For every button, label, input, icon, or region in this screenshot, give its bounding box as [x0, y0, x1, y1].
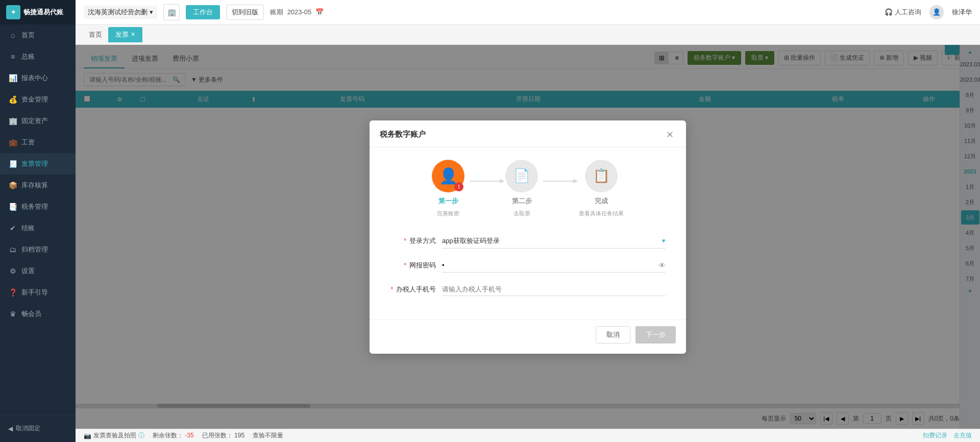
step-1: 👤 ! 第一步 完善账密 [432, 160, 464, 217]
cancel-fixed-btn[interactable]: ◀ 取消固定 [0, 420, 76, 437]
company-icon-btn[interactable]: 🏢 [163, 4, 180, 20]
switch-version-button[interactable]: 切到旧版 [226, 5, 264, 20]
phone-label: * 办税人手机号 [390, 285, 436, 294]
headset-icon: 🎧 [885, 8, 893, 16]
step2-sublabel: 去取票 [513, 210, 530, 217]
step-arrow-1 [470, 181, 500, 182]
sidebar-item-guide[interactable]: ❓ 新手引导 [0, 282, 76, 303]
recharge-link[interactable]: 去充值 [953, 431, 972, 440]
invoice-check-icon: 📷 [84, 432, 91, 439]
settings-icon: ⚙ [8, 266, 17, 276]
building-icon: 🏢 [167, 8, 176, 16]
invoice-icon: 🧾 [8, 159, 17, 168]
dialog-close-button[interactable]: ✕ [664, 129, 676, 141]
modal-overlay: 税务数字账户 ✕ 👤 ! 第一步 完善账密 [76, 45, 980, 429]
step2-icon: 📄 [513, 168, 530, 184]
dialog: 税务数字账户 ✕ 👤 ! 第一步 完善账密 [370, 120, 686, 354]
recharge-record-link[interactable]: 扣费记录 [923, 431, 947, 440]
main-area: 沈海英测试经营勿删 ▾ 🏢 工作台 切到旧版 账期 2023-05 📅 🎧 人工… [76, 0, 980, 442]
step3-icon: 📋 [593, 168, 609, 184]
top-header: 沈海英测试经营勿删 ▾ 🏢 工作台 切到旧版 账期 2023-05 📅 🎧 人工… [76, 0, 980, 24]
guide-icon: ❓ [8, 288, 17, 297]
next-button[interactable]: 下一步 [635, 326, 676, 343]
step1-badge: ! [454, 182, 463, 191]
step1-icon-wrap: 👤 ! [432, 160, 464, 192]
sidebar-item-report[interactable]: 📊 报表中心 [0, 67, 76, 89]
header-right: 🎧 人工咨询 👤 徐泽华 [885, 5, 972, 19]
company-selector[interactable]: 沈海英测试经营勿删 ▾ [84, 6, 157, 19]
workbench-button[interactable]: 工作台 [186, 5, 220, 19]
sidebar-item-wage[interactable]: 💼 工资 [0, 132, 76, 153]
content-area: 销项发票 进项发票 费用小票 ⊞ ≡ 税务数字账户 ▾ 取票 ▾ [76, 45, 980, 429]
tab-close-icon[interactable]: ✕ [131, 31, 135, 38]
tab-home[interactable]: 首页 [84, 27, 107, 42]
app-name: 畅捷通易代账 [23, 8, 63, 17]
dialog-form: * 登录方式 app获取验证码登录 ▾ * 网报密码 [370, 226, 686, 314]
bottom-status-bar: 📷 发票查验及拍照 ⓘ 剩余张数： -35 已用张数： 195 查验不限量 扣费… [76, 429, 980, 442]
step2-label: 第二步 [512, 197, 532, 206]
sidebar-item-tax[interactable]: 📑 税务管理 [0, 196, 76, 217]
dialog-header: 税务数字账户 ✕ [370, 120, 686, 148]
phone-input[interactable] [442, 283, 666, 296]
sidebar-item-fund[interactable]: 💰 资金管理 [0, 89, 76, 110]
sidebar-item-settings[interactable]: ⚙ 设置 [0, 260, 76, 282]
step3-label: 完成 [595, 197, 608, 206]
asset-icon: 🏢 [8, 116, 17, 126]
member-icon: ♛ [8, 309, 17, 318]
sidebar-item-home[interactable]: ⌂ 首页 [0, 24, 76, 46]
tax-icon: 📑 [8, 202, 17, 211]
fund-icon: 💰 [8, 95, 17, 104]
form-row-password: * 网报密码 👁 [390, 259, 666, 273]
logo-icon: ✦ [6, 5, 20, 19]
sidebar-item-ledger[interactable]: ≡ 总账 [0, 46, 76, 67]
report-icon: 📊 [8, 73, 17, 83]
step1-icon: 👤 [439, 167, 458, 185]
login-method-label: * 登录方式 [390, 236, 436, 245]
tab-invoice[interactable]: 发票 ✕ [108, 27, 142, 42]
eye-toggle-icon[interactable]: 👁 [658, 261, 666, 269]
password-input[interactable] [442, 261, 658, 269]
used-label: 已用张数： 195 [202, 431, 244, 440]
dialog-title: 税务数字账户 [380, 130, 426, 139]
cancel-button[interactable]: 取消 [596, 326, 630, 343]
sidebar-item-settle[interactable]: ✔ 结账 [0, 217, 76, 239]
step-2: 📄 第二步 去取票 [505, 160, 538, 217]
sidebar-item-member[interactable]: ♛ 畅会员 [0, 303, 76, 325]
chevron-down-icon: ▾ [150, 8, 153, 16]
app-logo: ✦ 畅捷通易代账 [0, 0, 76, 24]
pin-icon: ◀ [8, 425, 13, 432]
user-name[interactable]: 徐泽华 [952, 8, 972, 17]
form-row-phone: * 办税人手机号 [390, 283, 666, 296]
ledger-icon: ≡ [8, 52, 17, 61]
step1-sublabel: 完善账密 [437, 210, 459, 217]
invoice-check-section: 📷 发票查验及拍照 ⓘ [84, 431, 144, 440]
calendar-icon: 📅 [315, 8, 324, 16]
login-method-select[interactable]: app获取验证码登录 ▾ [442, 234, 666, 249]
settle-icon: ✔ [8, 224, 17, 233]
footer-links: 扣费记录 去充值 [923, 431, 972, 440]
step2-icon-wrap: 📄 [505, 160, 538, 192]
sidebar-item-invoice[interactable]: 🧾 发票管理 [0, 153, 76, 175]
step-arrow-2 [543, 181, 574, 182]
person-icon: 👤 [933, 8, 941, 16]
password-label: * 网报密码 [390, 261, 436, 270]
sidebar-item-archive[interactable]: 🗂 归档管理 [0, 239, 76, 260]
sidebar-item-asset[interactable]: 🏢 固定资产 [0, 110, 76, 132]
company-name: 沈海英测试经营勿删 [88, 8, 148, 17]
sidebar-item-inventory[interactable]: 📦 库存核算 [0, 175, 76, 196]
wage-icon: 💼 [8, 138, 17, 147]
user-avatar: 👤 [929, 5, 944, 19]
sidebar-bottom: ◀ 取消固定 [0, 414, 76, 442]
step3-icon-wrap: 📋 [585, 160, 618, 192]
period-label: 账期 2023-05 📅 [270, 8, 324, 17]
step1-label: 第一步 [438, 197, 458, 206]
remaining-label: 剩余张数： -35 [153, 431, 194, 440]
step-3: 📋 完成 查看具体任务结果 [579, 160, 624, 217]
check-label: 查验不限量 [253, 431, 283, 440]
password-field: 👁 [442, 259, 666, 273]
sidebar: ✦ 畅捷通易代账 ⌂ 首页 ≡ 总账 📊 报表中心 💰 资金管理 🏢 固定资产 … [0, 0, 76, 442]
info-icon: ⓘ [138, 431, 144, 440]
inventory-icon: 📦 [8, 181, 17, 190]
service-button[interactable]: 🎧 人工咨询 [885, 8, 921, 17]
dialog-footer: 取消 下一步 [370, 320, 686, 343]
